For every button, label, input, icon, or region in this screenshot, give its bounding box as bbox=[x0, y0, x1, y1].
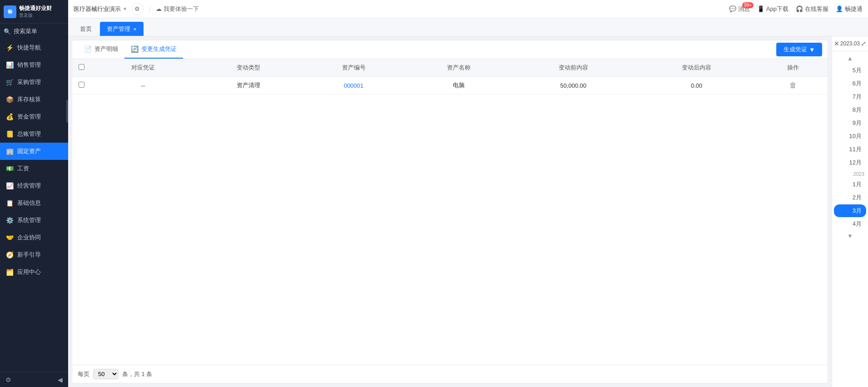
sidebar-item-operations[interactable]: 📈 经营管理 bbox=[0, 177, 68, 194]
table-row: -- 资产清理 000001 电脑 50,000.00 0.00 🗑 bbox=[72, 77, 828, 94]
table-header-voucher: 对应凭证 bbox=[90, 59, 196, 77]
row-operation-cell: 🗑 bbox=[758, 77, 828, 94]
messages-button[interactable]: 💬 消息 99+ bbox=[729, 5, 750, 13]
date-month-2023-3[interactable]: 3月 bbox=[834, 204, 866, 217]
row-checkbox[interactable] bbox=[79, 82, 84, 88]
date-scroll-up[interactable]: ▲ bbox=[832, 53, 868, 64]
date-month-2023-4[interactable]: 4月 bbox=[834, 218, 866, 230]
sidebar-item-inventory[interactable]: 📦 库存核算 bbox=[0, 91, 68, 108]
date-month-8[interactable]: 8月 bbox=[834, 104, 866, 116]
tab-close-icon[interactable]: ✕ bbox=[133, 27, 137, 32]
content-card: 📄 资产明细 🔄 变更生成凭证 生成凭证 ▼ bbox=[72, 40, 828, 383]
generate-voucher-button[interactable]: 生成凭证 ▼ bbox=[776, 43, 822, 56]
sidebar-item-enterprise-label: 企业协同 bbox=[17, 233, 41, 242]
sidebar-item-quick-nav[interactable]: ⚡ 快捷导航 bbox=[0, 39, 68, 56]
tab-home[interactable]: 首页 bbox=[74, 22, 98, 36]
asset-detail-icon: 📄 bbox=[84, 45, 92, 53]
date-month-2023-1[interactable]: 1月 bbox=[834, 178, 866, 191]
sidebar-item-fixed-assets[interactable]: 🏢 固定资产 bbox=[0, 143, 68, 160]
app-logo: 畅 bbox=[4, 5, 16, 18]
sidebar-item-purchase[interactable]: 🛒 采购管理 bbox=[0, 74, 68, 91]
sidebar-item-basic-info[interactable]: 📋 基础信息 bbox=[0, 194, 68, 212]
year-2023-label: 2023 bbox=[832, 169, 868, 178]
date-scroll-down[interactable]: ▼ bbox=[832, 231, 868, 241]
date-month-7[interactable]: 7月 bbox=[834, 90, 866, 103]
sidebar-item-enterprise[interactable]: 🤝 企业协同 bbox=[0, 229, 68, 246]
search-icon: 🔍 bbox=[4, 28, 11, 35]
sales-icon: 📊 bbox=[5, 61, 14, 69]
app-title-block: 畅捷通好业财 普及版 bbox=[19, 5, 52, 19]
sidebar-item-ledger[interactable]: 📒 总账管理 bbox=[0, 125, 68, 143]
table-header-asset-name: 资产名称 bbox=[407, 59, 512, 77]
sidebar-item-purchase-label: 采购管理 bbox=[17, 78, 41, 86]
date-month-9[interactable]: 9月 bbox=[834, 117, 866, 129]
settings-button[interactable]: ⚙ bbox=[131, 3, 144, 15]
total-count-label: 条，共 1 条 bbox=[122, 370, 152, 378]
user-name: 畅捷通 bbox=[845, 5, 863, 13]
topbar-divider: | bbox=[149, 5, 150, 12]
sidebar-item-salary[interactable]: 💵 工资 bbox=[0, 160, 68, 177]
date-month-6[interactable]: 6月 bbox=[834, 77, 866, 90]
date-month-2023-2[interactable]: 2月 bbox=[834, 191, 866, 204]
purchase-icon: 🛒 bbox=[5, 79, 14, 86]
sidebar-item-salary-label: 工资 bbox=[17, 164, 29, 173]
table-header-before-content: 变动前内容 bbox=[511, 59, 635, 77]
app-download-label: App下载 bbox=[766, 5, 789, 13]
company-selector[interactable]: 医疗器械行业演示 ▼ bbox=[74, 5, 127, 13]
gear-icon: ⚙ bbox=[134, 5, 140, 12]
sidebar-item-sales[interactable]: 📊 销售管理 bbox=[0, 56, 68, 74]
app-center-icon: 🗂️ bbox=[5, 268, 14, 276]
row-voucher: -- bbox=[90, 77, 196, 94]
date-month-5[interactable]: 5月 bbox=[834, 64, 866, 77]
sub-tabs-bar: 📄 资产明细 🔄 变更生成凭证 生成凭证 ▼ bbox=[72, 40, 828, 59]
guide-icon: 🧭 bbox=[5, 251, 14, 258]
select-all-checkbox[interactable] bbox=[79, 64, 84, 70]
per-page-label: 每页 bbox=[78, 370, 89, 378]
quick-nav-icon: ⚡ bbox=[5, 44, 14, 51]
collapse-icon[interactable]: ◀ bbox=[58, 376, 63, 383]
date-panel-close-icon[interactable]: ✕ bbox=[834, 40, 839, 47]
online-support-button[interactable]: 🎧 在线客服 bbox=[796, 5, 828, 13]
sub-tab-asset-detail-label: 资产明细 bbox=[94, 45, 118, 53]
row-checkbox-cell bbox=[72, 77, 90, 94]
per-page-select[interactable]: 50 10 20 100 bbox=[93, 369, 119, 379]
feedback-button[interactable]: ☁ 我要体验一下 bbox=[156, 5, 199, 13]
sidebar-item-finance[interactable]: 💰 资金管理 bbox=[0, 108, 68, 125]
sub-tab-asset-detail[interactable]: 📄 资产明细 bbox=[78, 40, 124, 59]
date-month-12[interactable]: 12月 bbox=[834, 156, 866, 169]
table-header-operation: 操作 bbox=[758, 59, 828, 77]
sub-tab-change-voucher-label: 变更生成凭证 bbox=[141, 45, 177, 53]
date-month-11[interactable]: 11月 bbox=[834, 143, 866, 156]
fixed-assets-icon: 🏢 bbox=[5, 148, 14, 155]
app-name: 畅捷通好业财 bbox=[19, 5, 52, 12]
sidebar-item-guide[interactable]: 🧭 新手引导 bbox=[0, 246, 68, 263]
date-panel-expand-icon[interactable]: ⤢ bbox=[861, 40, 866, 47]
date-panel: ✕ 2023.03 ⤢ ▲ 5月 6月 7月 8月 9月 bbox=[832, 36, 868, 387]
delete-row-icon[interactable]: 🗑 bbox=[789, 81, 797, 89]
app-download-button[interactable]: 📱 App下载 bbox=[757, 5, 789, 13]
feedback-label: 我要体验一下 bbox=[164, 5, 199, 13]
row-asset-code: 000001 bbox=[301, 77, 407, 94]
sub-tab-change-voucher[interactable]: 🔄 变更生成凭证 bbox=[124, 40, 183, 59]
date-month-10[interactable]: 10月 bbox=[834, 130, 866, 143]
topbar-right: 💬 消息 99+ 📱 App下载 🎧 在线客服 👤 畅捷通 bbox=[729, 5, 863, 13]
table-header-change-type: 变动类型 bbox=[196, 59, 301, 77]
sidebar-item-app-center[interactable]: 🗂️ 应用中心 bbox=[0, 263, 68, 281]
search-menu-label: 搜索菜单 bbox=[14, 27, 37, 35]
user-menu[interactable]: 👤 畅捷通 bbox=[836, 5, 863, 13]
sidebar-item-system[interactable]: ⚙️ 系统管理 bbox=[0, 212, 68, 229]
sidebar-item-system-label: 系统管理 bbox=[17, 216, 41, 224]
sidebar-item-app-center-label: 应用中心 bbox=[17, 268, 41, 276]
topbar: 医疗器械行业演示 ▼ ⚙ | ☁ 我要体验一下 💬 消息 99+ 📱 App下载… bbox=[68, 0, 868, 18]
system-icon: ⚙️ bbox=[5, 217, 14, 224]
sidebar-nav: 📊 销售管理 🛒 采购管理 📦 库存核算 💰 资金管理 📒 总账管理 🏢 固定资… bbox=[0, 56, 68, 372]
settings-footer-icon[interactable]: ⚙ bbox=[5, 376, 11, 383]
search-menu[interactable]: 🔍 搜索菜单 bbox=[0, 24, 68, 39]
sidebar-item-inventory-label: 库存核算 bbox=[17, 95, 41, 104]
inventory-icon: 📦 bbox=[5, 96, 14, 103]
nav-tabs: 首页 资产管理 ✕ bbox=[68, 18, 868, 36]
row-change-type: 资产清理 bbox=[196, 77, 301, 94]
download-icon: 📱 bbox=[757, 5, 764, 12]
tab-asset-management[interactable]: 资产管理 ✕ bbox=[100, 22, 144, 36]
date-panel-title: 2023.03 bbox=[840, 40, 860, 47]
